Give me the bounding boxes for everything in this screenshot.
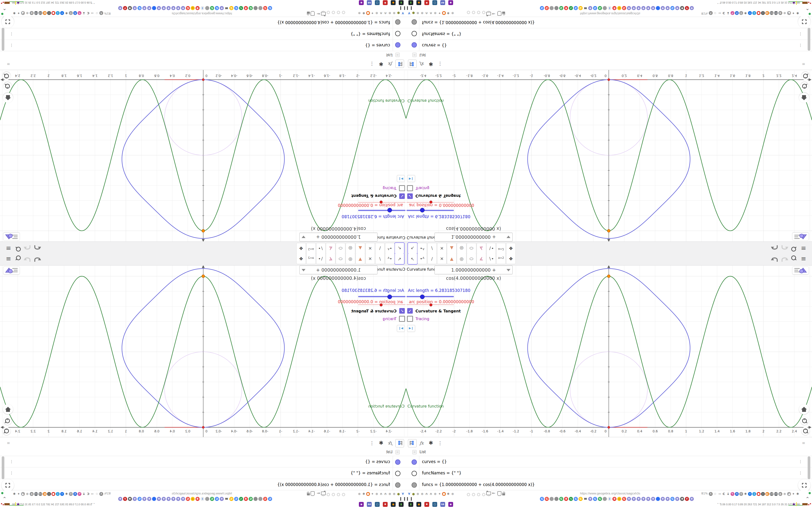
translate-icon[interactable]: A bbox=[73, 492, 77, 496]
curvature-tangent-checkbox[interactable]: ✓ bbox=[407, 193, 413, 199]
shield-icon[interactable] bbox=[497, 10, 501, 16]
google-tab[interactable]: G bbox=[670, 6, 674, 10]
container-icon[interactable]: 10 bbox=[39, 11, 42, 15]
geogebra-tab[interactable]: ❖ bbox=[661, 6, 665, 10]
pause-icon[interactable] bbox=[400, 497, 405, 501]
google-tab[interactable]: G bbox=[215, 6, 219, 10]
brush-icon[interactable]: ✎ bbox=[730, 492, 734, 496]
arc-position-point[interactable] bbox=[202, 427, 204, 429]
collapse-button[interactable]: − bbox=[412, 450, 417, 454]
scrollbar[interactable] bbox=[808, 28, 810, 51]
home-button[interactable] bbox=[799, 93, 809, 103]
gear-icon[interactable]: ✱ bbox=[796, 492, 800, 496]
geogebra-tab[interactable]: ❖ bbox=[588, 6, 592, 10]
kebab-icon[interactable]: ⋮ bbox=[436, 439, 444, 447]
wave-tab[interactable]: ∿ bbox=[239, 6, 243, 10]
container-icon[interactable]: 10 bbox=[770, 11, 773, 15]
firefox-app[interactable]: ● bbox=[391, 0, 396, 5]
wave-tab[interactable]: ∿ bbox=[569, 6, 573, 10]
shield-icon[interactable]: ◍ bbox=[30, 11, 34, 15]
globe-tab[interactable] bbox=[554, 6, 558, 10]
terminal-app[interactable]: ▮ bbox=[399, 502, 404, 507]
url-text[interactable]: https://www.geogebra.org/classic/aagcxh3… bbox=[580, 492, 640, 495]
tool-ellipse[interactable]: ⬭ bbox=[336, 243, 345, 253]
arc-length-slider[interactable] bbox=[406, 296, 454, 297]
google-tab[interactable]: G bbox=[234, 497, 238, 501]
add-icon[interactable]: + bbox=[748, 492, 752, 496]
tool-move-graphics-view[interactable]: ✥ bbox=[296, 243, 306, 253]
headset-icon[interactable]: ∩ bbox=[379, 492, 383, 496]
arc-length-slider[interactable] bbox=[406, 210, 454, 211]
google-tab[interactable]: G bbox=[138, 497, 142, 501]
menu-icon[interactable]: ≡ bbox=[6, 245, 11, 252]
yandex-tab[interactable]: Я bbox=[612, 497, 616, 501]
url-text[interactable]: https://www.geogebra.org/classic/aagcxh3… bbox=[580, 12, 640, 15]
brush-icon[interactable]: ✎ bbox=[730, 11, 734, 15]
zoom-level[interactable]: 81% bbox=[701, 12, 708, 15]
panel-menu-icon[interactable]: ≡ bbox=[4, 439, 12, 447]
gear-icon[interactable]: ✱ bbox=[744, 492, 748, 496]
settings-app[interactable]: ✱ bbox=[424, 0, 429, 5]
translate-icon[interactable]: A bbox=[735, 492, 739, 496]
save-icon[interactable]: ↓ bbox=[56, 11, 60, 15]
bot-app[interactable]: ◉ bbox=[448, 502, 453, 507]
yandex-tab[interactable]: Я bbox=[196, 497, 200, 501]
firefox-icon[interactable]: ● bbox=[366, 492, 370, 496]
scrollbar[interactable] bbox=[2, 456, 4, 479]
algebra-row-curves[interactable]: curves = {}⋮ bbox=[0, 40, 406, 51]
algebra-row-funcNames[interactable]: funcNames = {" "}⋮ bbox=[0, 28, 406, 40]
undo-button[interactable] bbox=[33, 243, 42, 252]
geogebra-tab[interactable]: ❖ bbox=[637, 497, 641, 501]
capsule-icon[interactable]: 0 bbox=[69, 11, 73, 15]
f-tab[interactable]: f bbox=[123, 6, 127, 10]
shield-icon[interactable]: ◍ bbox=[778, 11, 782, 15]
visibility-toggle[interactable] bbox=[412, 483, 417, 488]
visibility-toggle[interactable] bbox=[395, 471, 400, 476]
headset-icon[interactable]: ∩ bbox=[384, 11, 388, 15]
curvature-tangent-checkbox[interactable]: ✓ bbox=[399, 308, 405, 314]
geogebra-tab[interactable]: ❖ bbox=[142, 497, 146, 501]
google-tab[interactable]: G bbox=[622, 6, 626, 10]
globe-tab[interactable] bbox=[603, 497, 607, 501]
google-tab[interactable]: G bbox=[186, 6, 190, 10]
google-tab[interactable]: G bbox=[210, 497, 214, 501]
play-button[interactable]: ▶❙ bbox=[407, 325, 415, 332]
visibility-toggle[interactable] bbox=[412, 43, 417, 48]
geogebra-tab[interactable]: ❖ bbox=[220, 6, 224, 10]
geogebra-tab[interactable]: ❖ bbox=[661, 497, 665, 501]
search-icon[interactable] bbox=[791, 246, 796, 251]
folder-icon[interactable] bbox=[321, 491, 326, 496]
tool-ellipse[interactable]: ⬭ bbox=[336, 253, 345, 264]
world-icon[interactable]: ◐ bbox=[43, 11, 47, 15]
graphics-stylebar-toggle[interactable] bbox=[3, 232, 20, 241]
folder-icon[interactable] bbox=[486, 11, 491, 16]
gear-icon[interactable]: ✱ bbox=[362, 492, 366, 496]
monitor-app[interactable]: ▢ bbox=[433, 502, 437, 507]
globe-tab[interactable] bbox=[205, 497, 209, 501]
capsule-icon[interactable]: 0 bbox=[69, 492, 73, 496]
panel-menu-icon[interactable]: ≡ bbox=[800, 439, 808, 447]
wikipedia-tab[interactable]: W bbox=[583, 497, 588, 501]
star-icon[interactable]: ☆ bbox=[713, 492, 717, 496]
home-button[interactable] bbox=[3, 404, 13, 414]
back-icon[interactable]: ← bbox=[317, 12, 320, 16]
zoom-in-button[interactable]: + bbox=[800, 417, 809, 425]
geogebra-tab[interactable]: ❖ bbox=[690, 6, 694, 10]
url-text[interactable]: https://www.geogebra.org/classic/aagcxh3… bbox=[172, 492, 232, 495]
gear-tab[interactable]: ✱ bbox=[128, 6, 132, 10]
fx-button[interactable]: ƒx bbox=[418, 439, 426, 447]
wrench-icon[interactable]: ✦ bbox=[17, 11, 20, 15]
google-tab[interactable]: G bbox=[578, 6, 582, 10]
tool-perpendicular-line[interactable]: ✕ bbox=[365, 253, 375, 264]
globe-icon[interactable]: ⊕ bbox=[26, 492, 29, 496]
search-icon[interactable] bbox=[16, 246, 21, 251]
tool-reflect-about-line[interactable]: ∖• bbox=[486, 243, 496, 253]
arc-length-slider-knob[interactable] bbox=[420, 294, 424, 299]
geogebra-tab[interactable]: ❖ bbox=[627, 6, 631, 10]
globe-icon[interactable]: ⊕ bbox=[416, 11, 420, 15]
yandex-tab[interactable]: Я bbox=[196, 6, 200, 10]
zoom-out-button[interactable]: − bbox=[2, 427, 11, 435]
trash-icon[interactable]: ▯ bbox=[761, 492, 765, 496]
geogebra-tab[interactable]: ❖ bbox=[675, 497, 679, 501]
algebra-row-funcs[interactable]: funcs = {1.000000000000 + cos(4.00000000… bbox=[406, 479, 812, 490]
